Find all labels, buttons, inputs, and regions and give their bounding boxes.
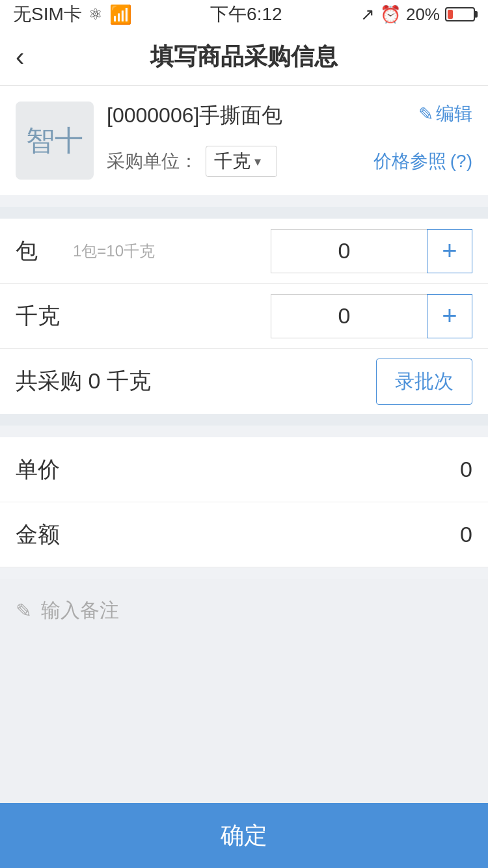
confirm-button[interactable]: 确定 (0, 803, 488, 868)
price-ref-help-icon: (?) (450, 151, 472, 172)
kg-input-row: 千克 + (0, 284, 488, 349)
unit-select-value: 千克 (214, 149, 251, 174)
unit-price-label: 单价 (16, 455, 60, 485)
pack-label: 包 (16, 236, 68, 266)
battery-icon (445, 7, 475, 21)
product-meta: 采购单位： 千克 ▾ 价格参照 (?) (107, 146, 472, 177)
status-time: 下午6:12 (210, 2, 282, 27)
product-card: 智十 [0000006]手撕面包 ✎ 编辑 采购单位： 千克 ▾ 价格参照 (?… (0, 86, 488, 195)
status-left: 无SIM卡 ⚛︎ 📶 (13, 2, 132, 27)
nav-bar: ‹ 填写商品采购信息 (0, 29, 488, 86)
pack-sub-label: 1包=10千克 (73, 241, 155, 262)
total-row: 共采购 0 千克 录批次 (0, 349, 488, 414)
price-section: 单价 0 金额 0 (0, 437, 488, 567)
unit-price-value: 0 (460, 457, 472, 482)
product-name: [0000006]手撕面包 (107, 102, 282, 130)
unit-price-row: 单价 0 (0, 437, 488, 502)
section-divider-1 (0, 207, 488, 219)
wifi-icon: ⚛︎ (88, 5, 103, 23)
kg-label: 千克 (16, 301, 68, 331)
edit-button[interactable]: ✎ 编辑 (418, 102, 472, 126)
pencil-icon: ✎ (16, 599, 32, 622)
confirm-button-label: 确定 (221, 820, 267, 852)
edit-label: 编辑 (436, 102, 472, 126)
total-text: 共采购 0 千克 (16, 366, 151, 396)
battery-percent: 20% (406, 5, 440, 25)
product-image: 智十 (16, 102, 94, 180)
purchase-unit: 采购单位： 千克 ▾ (107, 146, 277, 177)
price-ref-label: 价格参照 (373, 149, 446, 174)
price-ref-button[interactable]: 价格参照 (?) (373, 149, 472, 174)
back-button[interactable]: ‹ (16, 42, 24, 72)
kg-plus-button[interactable]: + (427, 294, 472, 338)
wifi-signal: 📶 (109, 4, 132, 25)
unit-select[interactable]: 千克 ▾ (206, 146, 277, 177)
kg-quantity-input[interactable] (271, 294, 427, 338)
amount-row: 金额 0 (0, 502, 488, 567)
location-icon: ↗ (360, 5, 375, 25)
purchase-unit-label: 采购单位： (107, 149, 198, 174)
product-info: [0000006]手撕面包 ✎ 编辑 采购单位： 千克 ▾ 价格参照 (?) (107, 102, 472, 177)
remark-section[interactable]: ✎ 输入备注 (0, 579, 488, 642)
pack-plus-button[interactable]: + (427, 229, 472, 273)
product-logo: 智十 (26, 122, 83, 160)
record-batch-button[interactable]: 录批次 (376, 359, 472, 405)
amount-label: 金额 (16, 520, 60, 550)
remark-placeholder: 输入备注 (41, 597, 119, 624)
status-bar: 无SIM卡 ⚛︎ 📶 下午6:12 ↗ ⏰ 20% (0, 0, 488, 29)
dropdown-arrow-icon: ▾ (254, 154, 261, 169)
section-divider-2 (0, 414, 488, 426)
pack-input-row: 包 1包=10千克 + (0, 219, 488, 284)
edit-icon: ✎ (418, 103, 433, 125)
pack-quantity-input[interactable] (271, 229, 427, 273)
carrier-text: 无SIM卡 (13, 2, 82, 27)
page-title: 填写商品采购信息 (150, 41, 338, 73)
amount-value: 0 (460, 522, 472, 547)
status-right: ↗ ⏰ 20% (360, 5, 475, 25)
product-header: [0000006]手撕面包 ✎ 编辑 (107, 102, 472, 143)
input-section: 包 1包=10千克 + 千克 + (0, 219, 488, 349)
alarm-icon: ⏰ (380, 5, 401, 25)
kg-input-control: + (271, 294, 472, 338)
pack-input-control: + (271, 229, 472, 273)
